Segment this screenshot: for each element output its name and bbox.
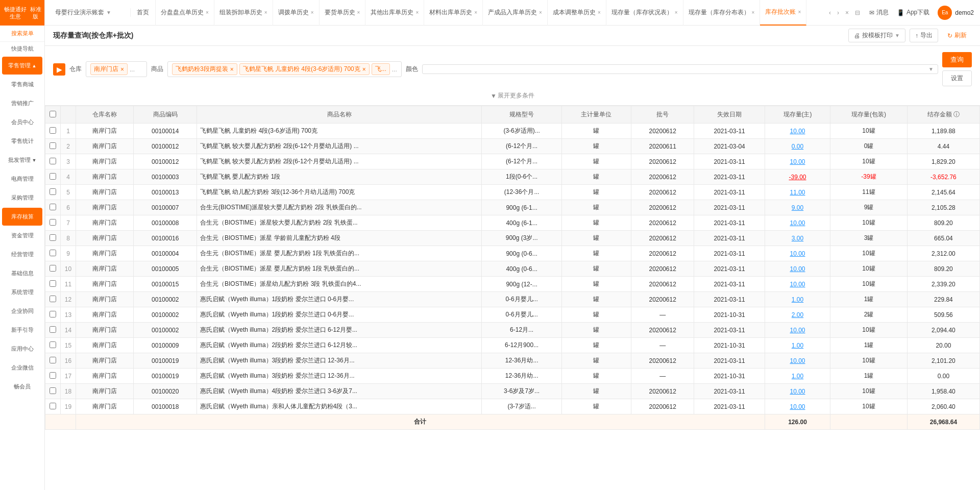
user-menu[interactable]: Ea demo2 bbox=[938, 6, 974, 20]
select-all-checkbox[interactable] bbox=[50, 111, 56, 117]
tab-close-icon[interactable]: × bbox=[539, 10, 542, 15]
tab-batch-account[interactable]: 库存批次账 × bbox=[760, 0, 806, 26]
filter-expand-button[interactable]: ▶ bbox=[53, 63, 65, 76]
row-checkbox[interactable] bbox=[45, 369, 61, 384]
row-qty-main[interactable]: 10.00 bbox=[765, 246, 830, 261]
product-tag1-remove[interactable]: × bbox=[230, 66, 234, 73]
tab-home[interactable]: 首页 bbox=[131, 0, 156, 26]
row-checkbox[interactable] bbox=[45, 169, 61, 185]
row-qty-main[interactable]: 10.00 bbox=[765, 215, 830, 231]
tab-close-icon[interactable]: × bbox=[675, 10, 678, 15]
tab-close-icon[interactable]: × bbox=[415, 10, 419, 15]
tab-cost-adjust[interactable]: 成本调整单历史 × bbox=[548, 0, 606, 26]
expand-more-conditions-button[interactable]: ▼ 展开更多条件 bbox=[53, 90, 972, 101]
row-qty-main[interactable]: 1.00 bbox=[765, 369, 830, 384]
row-checkbox[interactable] bbox=[45, 323, 61, 338]
tab-options[interactable]: ⊟ bbox=[852, 9, 863, 16]
tab-finished-inbound[interactable]: 产成品入库单历史 × bbox=[483, 0, 548, 26]
sidebar-quicknav[interactable]: 快捷导航 bbox=[0, 42, 44, 56]
tab-inventory-status[interactable]: 现存量（库存状况表） × bbox=[606, 0, 683, 26]
row-qty-main[interactable]: 10.00 bbox=[765, 154, 830, 169]
row-checkbox[interactable] bbox=[45, 154, 61, 169]
tab-close-icon[interactable]: × bbox=[598, 10, 601, 15]
row-qty-main[interactable]: 11.00 bbox=[765, 185, 830, 200]
row-qty-main[interactable]: 1.00 bbox=[765, 292, 830, 307]
row-qty-main[interactable]: 1.00 bbox=[765, 338, 830, 353]
tab-close-icon[interactable]: × bbox=[357, 10, 360, 15]
demo-selector[interactable]: 母婴行业演示账套 ▼ bbox=[49, 8, 131, 17]
row-qty-main[interactable]: 3.00 bbox=[765, 231, 830, 246]
row-checkbox[interactable] bbox=[45, 353, 61, 369]
warehouse-filter-input[interactable]: 南岸门店 × ... bbox=[86, 61, 147, 77]
row-checkbox[interactable] bbox=[45, 246, 61, 261]
tab-close-icon[interactable]: × bbox=[798, 9, 801, 15]
tab-transfer-history[interactable]: 调拨单历史 × bbox=[273, 0, 320, 26]
product-filter-input[interactable]: 飞鹤奶粉3段两提装 × 飞鹤星飞帆 儿童奶粉 4段(3-6岁适用) 700克 ×… bbox=[167, 61, 402, 77]
sidebar-item-purchase[interactable]: 采购管理 bbox=[2, 189, 42, 207]
sidebar-item-inventory[interactable]: 库存核算 bbox=[2, 208, 42, 226]
row-qty-main[interactable]: 10.00 bbox=[765, 124, 830, 139]
sidebar-item-wholesale[interactable]: 批发管理 ▼ bbox=[2, 151, 42, 169]
product-tag2-remove[interactable]: × bbox=[362, 66, 366, 73]
row-checkbox[interactable] bbox=[45, 399, 61, 414]
warehouse-filter-more[interactable]: ... bbox=[130, 66, 135, 73]
sidebar-search-button[interactable]: 搜索菜单 bbox=[0, 26, 44, 42]
row-checkbox[interactable] bbox=[45, 307, 61, 323]
col-checkbox[interactable] bbox=[45, 106, 61, 124]
tab-material-outbound[interactable]: 材料出库单历史 × bbox=[424, 0, 483, 26]
sidebar-item-ecommerce[interactable]: 电商管理 bbox=[2, 170, 42, 188]
tabs-next-arrow[interactable]: › bbox=[834, 9, 842, 16]
color-filter-input[interactable]: ▼ bbox=[422, 64, 938, 74]
row-checkbox[interactable] bbox=[45, 231, 61, 246]
row-checkbox[interactable] bbox=[45, 124, 61, 139]
message-button[interactable]: ✉ 消息 bbox=[869, 8, 889, 17]
row-qty-main[interactable]: 9.00 bbox=[765, 200, 830, 215]
tab-close-icon[interactable]: × bbox=[752, 10, 755, 15]
row-checkbox[interactable] bbox=[45, 277, 61, 292]
settings-button[interactable]: 设置 bbox=[942, 70, 972, 86]
sidebar-item-operation[interactable]: 经营管理 bbox=[2, 246, 42, 263]
row-qty-main[interactable]: 0.00 bbox=[765, 139, 830, 154]
tab-inventory-dist[interactable]: 现存量（库存分布表） × bbox=[683, 0, 761, 26]
row-qty-main[interactable]: 10.00 bbox=[765, 277, 830, 292]
tab-close-icon[interactable]: × bbox=[206, 10, 209, 15]
warehouse-tag-remove[interactable]: × bbox=[120, 66, 124, 73]
export-button[interactable]: ↑ 导出 bbox=[910, 29, 938, 42]
sidebar-item-retail[interactable]: 零售管理 ▲ bbox=[2, 57, 42, 75]
print-button[interactable]: 🖨 按模板打印 ▼ bbox=[848, 29, 905, 42]
product-filter-more[interactable]: ... bbox=[392, 66, 397, 73]
tab-close-icon[interactable]: × bbox=[264, 10, 267, 15]
sidebar-item-basic[interactable]: 基础信息 bbox=[2, 264, 42, 282]
sidebar-item-corpwechat[interactable]: 企业微信 bbox=[2, 359, 42, 377]
row-checkbox[interactable] bbox=[45, 139, 61, 154]
sidebar-item-member[interactable]: 会员中心 bbox=[2, 113, 42, 131]
row-qty-main[interactable]: -39.00 bbox=[765, 169, 830, 185]
color-dropdown-icon[interactable]: ▼ bbox=[928, 66, 934, 72]
sidebar-item-shop[interactable]: 零售商城 bbox=[2, 76, 42, 93]
tab-close-all[interactable]: × bbox=[842, 9, 852, 16]
row-checkbox[interactable] bbox=[45, 185, 61, 200]
sidebar-item-stats[interactable]: 零售统计 bbox=[2, 132, 42, 150]
row-checkbox[interactable] bbox=[45, 384, 61, 399]
refresh-button[interactable]: ↻ 刷新 bbox=[942, 29, 972, 42]
sidebar-item-system[interactable]: 系统管理 bbox=[2, 283, 42, 301]
tab-inventory-history[interactable]: 分盘盘点单历史 × bbox=[156, 0, 214, 26]
row-qty-main[interactable]: 10.00 bbox=[765, 399, 830, 414]
row-qty-main[interactable]: 10.00 bbox=[765, 261, 830, 277]
tabs-prev-arrow[interactable]: ‹ bbox=[826, 9, 834, 16]
row-checkbox[interactable] bbox=[45, 338, 61, 353]
query-button[interactable]: 查询 bbox=[942, 52, 972, 67]
row-checkbox[interactable] bbox=[45, 215, 61, 231]
sidebar-item-newguide[interactable]: 新手引导 bbox=[2, 321, 42, 339]
row-qty-main[interactable]: 10.00 bbox=[765, 384, 830, 399]
sidebar-item-finance[interactable]: 资金管理 bbox=[2, 227, 42, 244]
sidebar-item-vip[interactable]: 畅会员 bbox=[2, 378, 42, 396]
row-qty-main[interactable]: 10.00 bbox=[765, 323, 830, 338]
sidebar-item-enterprise[interactable]: 企业协同 bbox=[2, 302, 42, 320]
tab-close-icon[interactable]: × bbox=[311, 10, 314, 15]
tab-other-outbound[interactable]: 其他出库单历史 × bbox=[365, 0, 424, 26]
tab-assembly-history[interactable]: 组装拆卸单历史 × bbox=[214, 0, 273, 26]
row-qty-main[interactable]: 10.00 bbox=[765, 353, 830, 369]
print-dropdown-icon[interactable]: ▼ bbox=[895, 33, 900, 38]
tab-requisition-history[interactable]: 要货单历史 × bbox=[320, 0, 366, 26]
